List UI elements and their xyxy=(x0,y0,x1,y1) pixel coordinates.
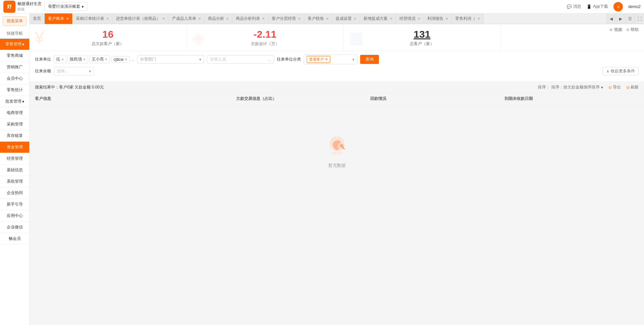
remove-category-tag[interactable]: ✕ xyxy=(325,57,328,62)
sidebar-item-wholesale[interactable]: 批发管理 ▾ xyxy=(0,96,29,107)
sidebar-item-newbie[interactable]: 新手引导 xyxy=(0,199,29,210)
sidebar-item-enterprise[interactable]: 企业协同 xyxy=(0,187,29,199)
avatar[interactable]: d xyxy=(613,2,623,11)
tab-inbound-stats[interactable]: 进货单统计表（按商品） ✕ xyxy=(113,13,169,24)
tab-commission-settings[interactable]: 提成设置 ✕ xyxy=(332,13,360,24)
store-select[interactable]: 母婴行业演示账套 ▾ xyxy=(44,2,87,11)
filter-tag-wang: 王小亮 ✕ xyxy=(89,56,110,63)
top-bar: 好 畅捷通好生意 标版 母婴行业演示账套 ▾ 💬 消息 📱 App下载 d de… xyxy=(0,0,644,13)
tab-close-icon[interactable]: ✕ xyxy=(445,17,448,21)
tab-production-inbound[interactable]: 产成品入库单 ✕ xyxy=(169,13,205,24)
sidebar-item-retail-mall[interactable]: 零售商城 xyxy=(0,50,29,62)
sidebar-item-purchase[interactable]: 采购管理 xyxy=(0,119,29,130)
sidebar-item-inventory[interactable]: 库存核算 xyxy=(0,130,29,142)
empty-text: 暂无数据 xyxy=(328,162,346,169)
quick-nav-btn[interactable]: 快捷导航 xyxy=(0,29,29,39)
message-btn[interactable]: 💬 消息 xyxy=(567,4,581,9)
search-menu-btn[interactable]: 搜索菜单 xyxy=(3,16,27,26)
tab-customer-layer[interactable]: 客户分层经营 ✕ xyxy=(268,13,304,24)
filter-label-balance: 往来余额 xyxy=(35,68,51,74)
table-header: 客户信息 欠款交易信息（占比） 回款情况 到期未收款日期 xyxy=(30,93,644,105)
tab-close-icon[interactable]: ✕ xyxy=(198,17,201,21)
sidebar-item-retail-mgmt[interactable]: 零售管理 ▾ xyxy=(0,39,29,50)
filter-area: 往来单位 伍 ✕ 陈民强 ✕ 王小亮 ✕ xyxy=(30,51,644,82)
remove-tag-cjttcw[interactable]: ✕ xyxy=(125,58,127,61)
stat-value-customers: 16 xyxy=(102,28,114,40)
filter-more-tags[interactable]: ... xyxy=(131,57,134,62)
sidebar-item-system[interactable]: 系统管理 xyxy=(0,176,29,187)
collapse-btn[interactable]: ∧ 收起更多条件 xyxy=(603,67,639,75)
sidebar-item-finance[interactable]: 资金管理 xyxy=(0,142,29,153)
tab-close-icon[interactable]: ✕ xyxy=(354,17,356,21)
tab-close-icon[interactable]: ✕ xyxy=(226,17,229,21)
video-btn[interactable]: ⊙ 视频 xyxy=(609,27,622,33)
tab-profit-report[interactable]: 利润报告 ✕ xyxy=(424,13,452,24)
chevron-down-icon-balance: ▾ xyxy=(89,69,91,74)
app-download-btn[interactable]: 📱 App下载 xyxy=(587,4,608,9)
help-btn[interactable]: ⊙ 帮助 xyxy=(626,27,639,33)
chevron-down-icon-dept: ▾ xyxy=(199,57,201,62)
stat-value-debt: -2.11 xyxy=(254,28,276,40)
tab-biz-overview[interactable]: 经营情况 ✕ xyxy=(396,13,424,24)
tab-close-icon[interactable]: ✕ xyxy=(477,17,480,21)
tab-close-icon[interactable]: ✕ xyxy=(66,17,69,21)
sidebar-item-ecommerce[interactable]: 电商管理 xyxy=(0,107,29,119)
tab-menu-btn[interactable]: ☰ xyxy=(625,13,635,24)
sidebar-item-wechat[interactable]: 企业微信 xyxy=(0,222,29,233)
balance-select[interactable]: 选择... ▾ xyxy=(54,67,94,75)
chevron-down-icon-sort: ▾ xyxy=(601,85,603,90)
tab-bar-wrapper: 首页 客户账本 ✕ 采购订单统计表 ✕ 进货单统计表（按商品） ✕ 产成品入库单… xyxy=(30,13,644,24)
filter-row-1: 往来单位 伍 ✕ 陈民强 ✕ 王小亮 ✕ xyxy=(35,55,639,64)
remove-tag-chen[interactable]: ✕ xyxy=(83,58,86,61)
refresh-icon: ⊙ xyxy=(626,85,630,90)
tab-product-analysis-list[interactable]: 商品分析列表 ✕ xyxy=(232,13,268,24)
category-select[interactable]: 普通客户 ✕ ▾ xyxy=(304,55,357,64)
result-info: 搜索结果中：客户0家 欠款金额 0.00元 xyxy=(35,84,104,90)
dept-select[interactable]: 分管部门 ▾ xyxy=(137,55,204,64)
sidebar-item-vip[interactable]: 畅会员 xyxy=(0,233,29,245)
tab-customer-contact[interactable]: 客户联络 ✕ xyxy=(304,13,332,24)
tab-purchase-order-stats[interactable]: 采购订单统计表 ✕ xyxy=(73,13,113,24)
tab-retail-profit[interactable]: 零售利润（ ✕ xyxy=(452,13,484,24)
refresh-btn[interactable]: ⊙ 刷新 xyxy=(626,84,639,90)
stat-bg-icon-3: ▦ xyxy=(349,28,364,47)
chevron-down-icon-manager: ... xyxy=(268,57,271,62)
sidebar-item-member[interactable]: 会员中心 xyxy=(0,73,29,84)
tab-close-icon[interactable]: ✕ xyxy=(326,17,329,21)
export-btn[interactable]: ⊙ 导出 xyxy=(608,84,621,90)
logo-text: 畅捷通好生意 xyxy=(17,1,42,7)
content-area: ⊙ 视频 ⊙ 帮助 ¥ 16 总欠款客户（家） ◈ -2.11 欠款合计（万） … xyxy=(30,24,644,325)
tab-close-icon[interactable]: ✕ xyxy=(418,17,420,21)
tab-close-icon[interactable]: ✕ xyxy=(262,17,265,21)
tab-customer-ledger[interactable]: 客户账本 ✕ xyxy=(45,13,73,24)
tab-fullscreen-btn[interactable]: ⛶ xyxy=(635,13,644,24)
message-icon: 💬 xyxy=(567,4,572,9)
query-button[interactable]: 查询 xyxy=(360,55,379,64)
tab-close-icon[interactable]: ✕ xyxy=(298,17,301,21)
filter-tags-units: 伍 ✕ 陈民强 ✕ 王小亮 ✕ cjttcw ✕ xyxy=(54,56,134,63)
sidebar-item-operations[interactable]: 经营管理 xyxy=(0,153,29,165)
sidebar-item-app-center[interactable]: 应用中心 xyxy=(0,210,29,222)
tab-close-icon[interactable]: ✕ xyxy=(390,17,392,21)
sort-value: 排序：按欠款金额倒序排序 xyxy=(551,84,600,90)
tab-close-icon[interactable]: ✕ xyxy=(162,17,165,21)
sidebar-item-retail-stats[interactable]: 零售统计 xyxy=(0,84,29,96)
balance-placeholder: 选择... xyxy=(57,68,68,74)
remove-tag-wu[interactable]: ✕ xyxy=(61,58,64,61)
sidebar-item-marketing[interactable]: 营销推广 xyxy=(0,62,29,73)
top-bar-left: 好 畅捷通好生意 标版 母婴行业演示账套 ▾ xyxy=(3,1,87,13)
table-col-repayment: 回款情况 xyxy=(370,96,504,102)
tab-product-analysis[interactable]: 商品分析 ✕ xyxy=(205,13,232,24)
logo-icon: 好 xyxy=(3,1,15,13)
tab-close-icon[interactable]: ✕ xyxy=(106,17,109,21)
remove-tag-wang[interactable]: ✕ xyxy=(105,58,108,61)
tab-next-btn[interactable]: ▶ xyxy=(616,13,625,24)
tab-prev-btn[interactable]: ◀ xyxy=(606,13,616,24)
manager-select[interactable]: 分管人员 ... xyxy=(207,55,274,64)
tab-new-commission[interactable]: 新增提成方案 ✕ xyxy=(360,13,396,24)
sort-select[interactable]: 排序： 排序：按欠款金额倒序排序 ▾ xyxy=(538,84,603,90)
app-label: App下载 xyxy=(593,4,608,9)
sidebar-item-base-info[interactable]: 基础信息 xyxy=(0,165,29,176)
tab-home[interactable]: 首页 xyxy=(30,13,45,24)
collapse-label: 收起更多条件 xyxy=(611,68,635,74)
